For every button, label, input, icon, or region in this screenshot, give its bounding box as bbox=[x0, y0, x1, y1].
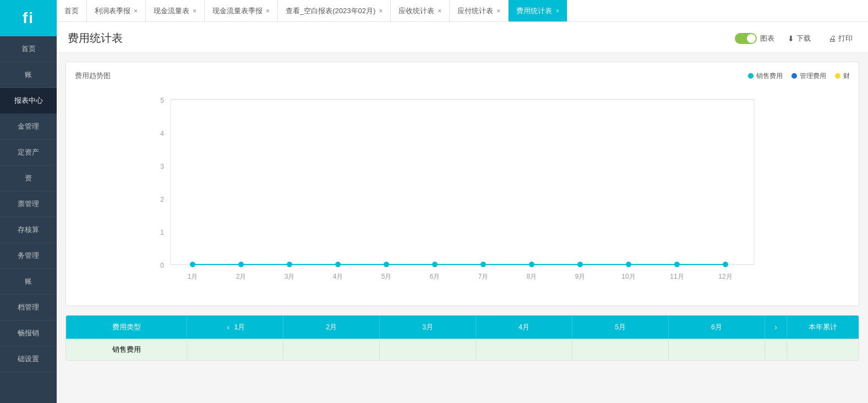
col-m5: 5月 bbox=[572, 316, 669, 339]
tab-payable-close[interactable]: × bbox=[496, 7, 500, 15]
tab-cashflow[interactable]: 现金流量表 × bbox=[146, 0, 205, 21]
download-label: 下载 bbox=[796, 34, 811, 43]
tab-blank-report-close[interactable]: × bbox=[379, 7, 383, 15]
chart-legend: 销售费用 管理费用 财 bbox=[748, 71, 850, 81]
row-nav bbox=[765, 339, 787, 360]
tab-cashflow-quarterly-close[interactable]: × bbox=[266, 7, 270, 15]
legend-finance-expense: 财 bbox=[835, 71, 850, 81]
svg-text:2: 2 bbox=[160, 196, 164, 203]
legend-sales-dot bbox=[748, 73, 754, 79]
header-actions: 图表 ⬇ 下载 🖨 打印 bbox=[735, 31, 857, 46]
svg-text:8月: 8月 bbox=[527, 273, 537, 280]
svg-text:11月: 11月 bbox=[670, 273, 684, 280]
tab-receivable-close[interactable]: × bbox=[438, 7, 441, 15]
svg-point-15 bbox=[287, 262, 292, 267]
tab-payable[interactable]: 应付统计表 × bbox=[450, 0, 509, 21]
sidebar-item-archive[interactable]: 档管理 bbox=[0, 295, 57, 321]
chart-svg-wrapper: 5 4 3 2 1 0 bbox=[75, 86, 850, 297]
legend-finance-dot bbox=[835, 73, 840, 79]
svg-text:4月: 4月 bbox=[333, 273, 343, 280]
svg-point-21 bbox=[577, 262, 583, 267]
sidebar-item-report-center[interactable]: 报表中心 bbox=[0, 88, 57, 114]
svg-text:0: 0 bbox=[160, 262, 164, 269]
svg-text:9月: 9月 bbox=[575, 273, 586, 280]
tab-profit-quarterly[interactable]: 利润表季报 × bbox=[87, 0, 146, 21]
svg-text:3月: 3月 bbox=[285, 273, 295, 280]
download-button[interactable]: ⬇ 下载 bbox=[783, 31, 815, 46]
svg-text:2月: 2月 bbox=[236, 273, 247, 280]
sidebar: fi 首页 账 报表中心 金管理 定资产 资 票管理 存核算 务管理 账 档管理… bbox=[0, 0, 57, 403]
content-area: 费用统计表 图表 ⬇ 下载 🖨 打印 费用趋势图 bbox=[57, 22, 868, 403]
legend-mgmt-expense: 管理费用 bbox=[791, 71, 826, 81]
legend-sales-expense: 销售费用 bbox=[748, 71, 783, 81]
table-row: 销售费用 bbox=[66, 339, 859, 360]
legend-mgmt-dot bbox=[791, 73, 797, 79]
main-content: 首页 利润表季报 × 现金流量表 × 现金流量表季报 × 查看_空白报表(202… bbox=[57, 0, 868, 403]
svg-text:1: 1 bbox=[160, 229, 164, 236]
print-icon: 🖨 bbox=[828, 34, 836, 43]
tab-receivable[interactable]: 应收统计表 × bbox=[391, 0, 450, 21]
col-m3: 3月 bbox=[380, 316, 476, 339]
col-total: 本年累计 bbox=[787, 316, 859, 339]
svg-point-17 bbox=[384, 262, 389, 267]
nav-next-button[interactable]: › bbox=[772, 323, 779, 332]
tab-expense-close[interactable]: × bbox=[555, 7, 559, 15]
page-title: 费用统计表 bbox=[68, 31, 123, 46]
svg-point-20 bbox=[529, 262, 534, 267]
sidebar-logo: fi bbox=[0, 0, 57, 36]
row-m3 bbox=[380, 339, 476, 360]
sidebar-item-inventory[interactable]: 存核算 bbox=[0, 217, 57, 243]
row-m6 bbox=[669, 339, 765, 360]
sidebar-item-expense[interactable]: 畅报销 bbox=[0, 321, 57, 346]
svg-text:4: 4 bbox=[160, 130, 164, 137]
col-m2: 2月 bbox=[283, 316, 380, 339]
sidebar-item-account[interactable]: 账 bbox=[0, 62, 57, 88]
tab-receivable-label: 应收统计表 bbox=[398, 6, 434, 16]
chart-container: 费用趋势图 销售费用 管理费用 财 bbox=[65, 62, 859, 306]
sidebar-item-base-settings[interactable]: 础设置 bbox=[0, 346, 57, 372]
sidebar-item-salary[interactable]: 资 bbox=[0, 165, 57, 191]
tab-blank-report[interactable]: 查看_空白报表(2023年02月) × bbox=[278, 0, 391, 21]
col-nav-next[interactable]: › bbox=[765, 316, 787, 339]
nav-prev-button[interactable]: ‹ bbox=[225, 323, 232, 332]
svg-rect-12 bbox=[171, 100, 754, 264]
svg-point-18 bbox=[432, 262, 438, 267]
print-button[interactable]: 🖨 打印 bbox=[824, 31, 857, 46]
row-m1 bbox=[187, 339, 283, 360]
sidebar-item-home[interactable]: 首页 bbox=[0, 36, 57, 62]
col-m4: 4月 bbox=[476, 316, 572, 339]
tab-home[interactable]: 首页 bbox=[57, 0, 87, 21]
chart-toggle[interactable] bbox=[735, 33, 757, 44]
svg-text:6月: 6月 bbox=[430, 273, 440, 280]
table-header: 费用类型 ‹ 1月 2月 3月 4月 5月 6月 › 本年累计 bbox=[66, 316, 859, 339]
sidebar-item-ledger[interactable]: 账 bbox=[0, 269, 57, 295]
col-m6: 6月 bbox=[669, 316, 765, 339]
sidebar-item-cash-mgmt[interactable]: 金管理 bbox=[0, 114, 57, 140]
svg-text:5: 5 bbox=[160, 97, 164, 104]
legend-finance-label: 财 bbox=[843, 71, 850, 81]
tab-bar: 首页 利润表季报 × 现金流量表 × 现金流量表季报 × 查看_空白报表(202… bbox=[57, 0, 868, 22]
legend-mgmt-label: 管理费用 bbox=[800, 71, 826, 81]
sidebar-item-affairs-mgmt[interactable]: 务管理 bbox=[0, 243, 57, 269]
print-label: 打印 bbox=[838, 34, 853, 43]
svg-text:5月: 5月 bbox=[381, 273, 392, 280]
tab-blank-report-label: 查看_空白报表(2023年02月) bbox=[286, 6, 375, 16]
legend-sales-label: 销售费用 bbox=[756, 71, 783, 81]
svg-point-19 bbox=[481, 262, 486, 267]
tab-payable-label: 应付统计表 bbox=[457, 6, 493, 16]
col-type: 费用类型 bbox=[66, 316, 187, 339]
col-nav-prev[interactable]: ‹ 1月 bbox=[187, 316, 283, 339]
tab-expense[interactable]: 费用统计表 × bbox=[509, 0, 567, 21]
page-header: 费用统计表 图表 ⬇ 下载 🖨 打印 bbox=[57, 22, 868, 53]
tab-home-label: 首页 bbox=[64, 6, 79, 16]
svg-point-24 bbox=[723, 262, 728, 267]
tab-profit-quarterly-close[interactable]: × bbox=[134, 7, 138, 15]
sidebar-item-ticket-mgmt[interactable]: 票管理 bbox=[0, 191, 57, 217]
sidebar-item-fixed-assets[interactable]: 定资产 bbox=[0, 140, 57, 165]
row-m4 bbox=[476, 339, 572, 360]
chart-toggle-wrapper: 图表 bbox=[735, 33, 774, 44]
tab-cashflow-close[interactable]: × bbox=[193, 7, 196, 15]
tab-cashflow-quarterly[interactable]: 现金流量表季报 × bbox=[205, 0, 278, 21]
col-m1: 1月 bbox=[234, 322, 245, 332]
chart-title: 费用趋势图 bbox=[75, 71, 111, 81]
